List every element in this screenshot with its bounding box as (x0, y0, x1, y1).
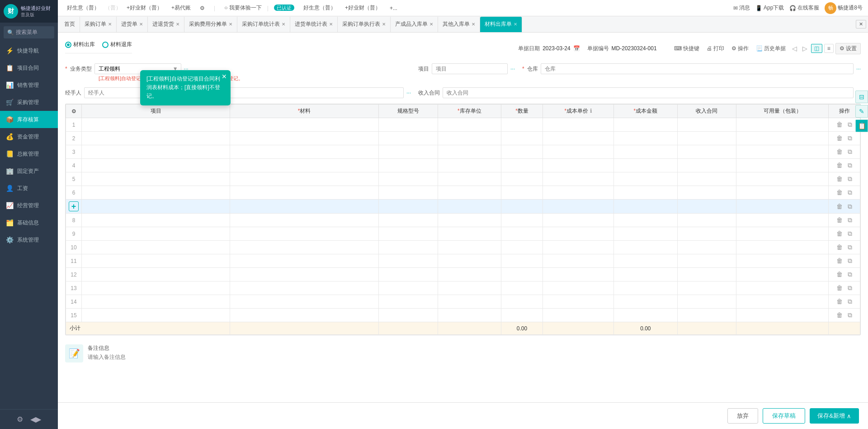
tab-close-incoming[interactable]: ✕ (139, 22, 143, 27)
top-nav-item-haoshengyi[interactable]: 好生意（普） (63, 2, 103, 14)
print-button[interactable]: 🖨 打印 (704, 43, 727, 54)
prev-record-arrow[interactable]: ◁ (790, 44, 799, 53)
sidebar-item-project[interactable]: 📋 项目合同 (0, 59, 58, 76)
row7-project-cell[interactable] (82, 200, 230, 214)
delete-row-9-button[interactable]: 🗑 (835, 229, 844, 238)
copy-row-10-button[interactable]: ⧉ (846, 243, 854, 252)
copy-row-7-button[interactable]: ⧉ (846, 202, 854, 211)
tab-purchase-order[interactable]: 采购订单 ✕ (80, 17, 117, 32)
sub-tab-material-out[interactable]: 材料出库 (65, 41, 95, 48)
row7-project-input[interactable] (85, 203, 227, 210)
history-button[interactable]: 📃 历史单据 (753, 43, 788, 54)
tab-incoming-stats[interactable]: 进货单统计表 ✕ (290, 17, 338, 32)
delete-row-6-button[interactable]: 🗑 (835, 188, 844, 197)
delete-row-1-button[interactable]: 🗑 (835, 120, 844, 129)
tab-close-purchase-stats[interactable]: ✕ (282, 22, 285, 27)
tab-production[interactable]: 产成品入库单 ✕ (391, 17, 438, 32)
copy-row-4-button[interactable]: ⧉ (846, 161, 854, 170)
copy-row-13-button[interactable]: ⧉ (846, 283, 854, 293)
delete-row-7-button[interactable]: 🗑 (835, 202, 844, 211)
sidebar-settings-button[interactable]: ⚙ (15, 413, 25, 425)
tab-home[interactable]: 首页 (60, 17, 80, 32)
delete-row-4-button[interactable]: 🗑 (835, 161, 844, 170)
sidebar-collapse-button[interactable]: ◀▶ (28, 413, 43, 425)
tab-material-out[interactable]: 材料出库单 ✕ (480, 17, 522, 32)
delete-row-5-button[interactable]: 🗑 (835, 174, 844, 183)
sidebar-item-shortcuts[interactable]: ⚡ 快捷导航 (0, 42, 58, 59)
sidebar-item-system[interactable]: ⚙️ 系统管理 (0, 231, 58, 248)
tab-purchase-stats[interactable]: 采购订单统计表 ✕ (237, 17, 290, 32)
cost-price-info-icon[interactable]: ℹ (590, 108, 592, 114)
sidebar-item-basic[interactable]: 🗂️ 基础信息 (0, 214, 58, 231)
copy-row-14-button[interactable]: ⧉ (846, 297, 854, 306)
copy-row-3-button[interactable]: ⧉ (846, 147, 854, 157)
tab-close-production[interactable]: ✕ (429, 22, 433, 27)
tab-order-exec[interactable]: 采购订单执行表 ✕ (338, 17, 391, 32)
col-settings-icon[interactable]: ⚙ (71, 108, 76, 114)
delete-row-13-button[interactable]: 🗑 (835, 283, 844, 292)
delete-row-11-button[interactable]: 🗑 (835, 256, 844, 265)
search-menu-button[interactable]: 🔍 搜索菜单 (4, 26, 54, 38)
delete-row-12-button[interactable]: 🗑 (835, 270, 844, 279)
shortcut-key-button[interactable]: ⌨ 快捷键 (671, 43, 702, 54)
form-settings-button[interactable]: ⚙ 设置 (835, 43, 861, 54)
tab-close-return[interactable]: ✕ (176, 22, 179, 27)
app-download-button[interactable]: 📱 App下载 (755, 4, 784, 12)
warehouse-dots[interactable]: ··· (856, 66, 861, 72)
agent-dots[interactable]: ··· (406, 90, 411, 96)
top-nav-item-yidaizhang[interactable]: +易代账 (168, 2, 194, 14)
top-nav-haoshengyi2[interactable]: 好生意（普） (300, 2, 340, 14)
tab-incoming[interactable]: 进货单 ✕ (117, 17, 148, 32)
sidebar-item-payroll[interactable]: 👤 工资 (0, 180, 58, 197)
copy-row-9-button[interactable]: ⧉ (846, 229, 854, 238)
copy-row-11-button[interactable]: ⧉ (846, 256, 854, 266)
calendar-icon[interactable]: 📅 (573, 45, 580, 52)
tab-close-purchase-order[interactable]: ✕ (108, 22, 112, 27)
income-contract-input[interactable] (443, 87, 854, 98)
top-nav-settings[interactable]: ⚙ (196, 3, 208, 13)
agent-input[interactable] (84, 87, 404, 98)
delete-row-8-button[interactable]: 🗑 (835, 215, 844, 224)
top-nav-more[interactable]: +... (386, 3, 401, 13)
add-row-button[interactable]: + (69, 201, 79, 211)
tab-close-material-out[interactable]: ✕ (514, 22, 517, 27)
warehouse-input[interactable] (541, 63, 854, 74)
discard-button[interactable]: 放弃 (727, 408, 758, 424)
tab-close-order-exec[interactable]: ✕ (382, 22, 386, 27)
remarks-input[interactable] (88, 354, 861, 360)
tab-close-expense[interactable]: ✕ (229, 22, 232, 27)
delete-row-3-button[interactable]: 🗑 (835, 147, 844, 156)
sidebar-item-sales[interactable]: 📊 销售管理 (0, 76, 58, 94)
sidebar-item-accounting[interactable]: 📒 总账管理 (0, 145, 58, 162)
copy-row-8-button[interactable]: ⧉ (846, 215, 854, 225)
project-dots[interactable]: ··· (510, 66, 515, 72)
copy-row-1-button[interactable]: ⧉ (846, 120, 854, 129)
sidebar-item-finance[interactable]: 💰 资金管理 (0, 128, 58, 145)
save-new-button[interactable]: 保存&新增 ∧ (810, 408, 859, 424)
project-input[interactable] (432, 63, 508, 74)
delete-row-2-button[interactable]: 🗑 (835, 133, 844, 143)
right-tool-1[interactable]: ⊟ (855, 91, 868, 103)
delete-row-15-button[interactable]: 🗑 (835, 310, 844, 319)
view-toggle-grid[interactable]: ◫ (811, 44, 822, 53)
save-draft-button[interactable]: 保存草稿 (763, 408, 805, 424)
sidebar-item-operations[interactable]: 📈 经营管理 (0, 197, 58, 214)
top-nav-item-haoyecai[interactable]: +好业财（普） (123, 2, 166, 14)
message-button[interactable]: ✉ 消息 (733, 4, 750, 12)
tab-other-in[interactable]: 其他入库单 ✕ (438, 17, 480, 32)
row7-material-cell[interactable] (230, 200, 378, 214)
sidebar-item-inventory[interactable]: 📦 库存核算 (0, 111, 58, 128)
row7-material-input[interactable] (233, 203, 375, 210)
delete-row-14-button[interactable]: 🗑 (835, 297, 844, 306)
tooltip-close-button[interactable]: ✕ (222, 73, 227, 80)
sub-tab-material-return[interactable]: 材料退库 (102, 41, 132, 48)
tab-close-incoming-stats[interactable]: ✕ (329, 22, 333, 27)
delete-row-10-button[interactable]: 🗑 (835, 243, 844, 252)
right-tool-2[interactable]: ✎ (855, 105, 868, 118)
sidebar-item-purchase[interactable]: 🛒 采购管理 (0, 94, 58, 111)
sidebar-item-assets[interactable]: 🏢 固定资产 (0, 162, 58, 180)
copy-row-15-button[interactable]: ⧉ (846, 310, 854, 320)
tab-close-other-in[interactable]: ✕ (472, 22, 475, 27)
copy-row-5-button[interactable]: ⧉ (846, 174, 854, 184)
view-toggle-list[interactable]: ≡ (824, 44, 834, 53)
